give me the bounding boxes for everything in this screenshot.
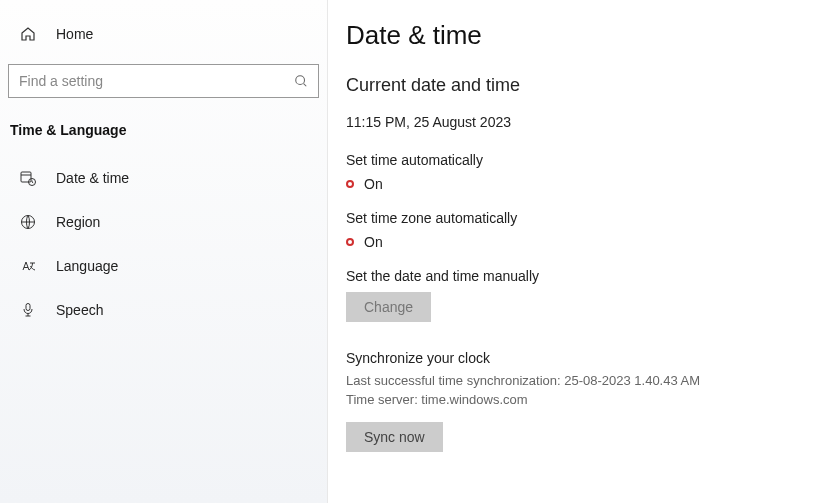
language-icon	[20, 258, 36, 274]
sidebar-item-region[interactable]: Region	[8, 200, 319, 244]
sync-title: Synchronize your clock	[346, 350, 817, 366]
set-tz-auto-label: Set time zone automatically	[346, 210, 817, 226]
svg-point-0	[296, 76, 305, 85]
svg-rect-4	[26, 304, 30, 311]
set-time-auto-state: On	[364, 176, 383, 192]
sync-now-button[interactable]: Sync now	[346, 422, 443, 452]
microphone-icon	[20, 302, 36, 318]
set-tz-auto-row: On	[346, 234, 817, 250]
set-time-auto-row: On	[346, 176, 817, 192]
toggle-knob	[333, 245, 347, 259]
set-tz-auto-state: On	[364, 234, 383, 250]
sidebar-item-label: Region	[56, 214, 100, 230]
toggle-knob	[333, 187, 347, 201]
current-datetime: 11:15 PM, 25 August 2023	[346, 114, 817, 130]
sync-section: Synchronize your clock Last successful t…	[346, 350, 817, 452]
time-server-text: Time server: time.windows.com	[346, 391, 817, 410]
svg-rect-1	[21, 172, 31, 182]
search-placeholder: Find a setting	[19, 73, 103, 89]
set-manual-label: Set the date and time manually	[346, 268, 817, 284]
calendar-clock-icon	[20, 170, 36, 186]
category-title: Time & Language	[8, 122, 319, 156]
highlight-box	[346, 238, 354, 246]
home-nav[interactable]: Home	[8, 20, 319, 48]
sidebar-item-language[interactable]: Language	[8, 244, 319, 288]
last-sync-text: Last successful time synchronization: 25…	[346, 372, 817, 391]
home-label: Home	[56, 26, 93, 42]
page-title: Date & time	[346, 20, 817, 51]
sidebar: Home Find a setting Time & Language Date…	[0, 0, 328, 503]
home-icon	[20, 26, 36, 42]
search-icon	[294, 74, 308, 88]
sidebar-item-label: Speech	[56, 302, 103, 318]
search-input[interactable]: Find a setting	[8, 64, 319, 98]
sync-info: Last successful time synchronization: 25…	[346, 372, 817, 410]
set-time-auto-label: Set time automatically	[346, 152, 817, 168]
sidebar-item-date-time[interactable]: Date & time	[8, 156, 319, 200]
sidebar-item-label: Date & time	[56, 170, 129, 186]
globe-icon	[20, 214, 36, 230]
section-subtitle: Current date and time	[346, 75, 817, 96]
main-panel: Date & time Current date and time 11:15 …	[328, 0, 835, 503]
sidebar-item-speech[interactable]: Speech	[8, 288, 319, 332]
highlight-box	[346, 180, 354, 188]
change-button[interactable]: Change	[346, 292, 431, 322]
sidebar-item-label: Language	[56, 258, 118, 274]
